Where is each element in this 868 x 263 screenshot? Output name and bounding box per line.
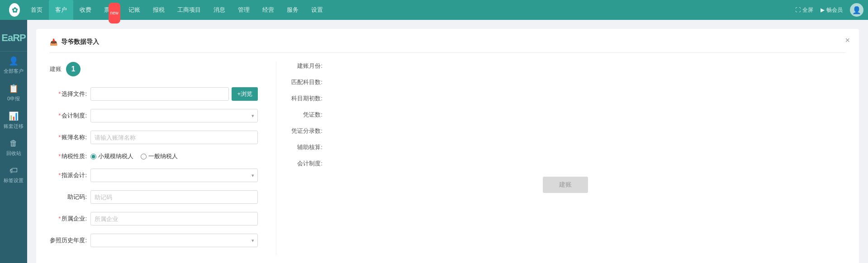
step-circle: 1	[66, 62, 81, 76]
voucher-entries-row: 凭证分录数:	[285, 127, 845, 135]
reference-year-wrapper: ▾	[90, 234, 258, 247]
nav-fees[interactable]: 收费	[73, 0, 98, 20]
voucher-entries-label: 凭证分录数:	[285, 127, 326, 135]
step-area: 建账 1	[50, 62, 258, 76]
radio-small-label: 小规模纳税人	[98, 152, 133, 160]
company-label: *所属企业:	[50, 215, 90, 223]
build-btn-area: 建账	[285, 177, 845, 193]
sidebar-item-tag-settings[interactable]: 🏷 标签设置	[0, 161, 27, 188]
memo-code-label: 助记码:	[50, 193, 90, 201]
step-number: 1	[71, 65, 76, 73]
nav-messages[interactable]: 消息	[207, 0, 232, 20]
assign-accountant-label: *指派会计:	[50, 171, 90, 179]
voucher-count-row: 凭证数:	[285, 111, 845, 119]
subject-opening-row: 科目期初数:	[285, 94, 845, 103]
radio-small-taxpayer[interactable]: 小规模纳税人	[90, 152, 133, 160]
voucher-count-label: 凭证数:	[285, 111, 326, 119]
sidebar: EaRP 👤 全部客户 📋 0申报 📊 账套迁移 🗑 回收站 🏷 标签设置	[0, 20, 27, 263]
ledger-name-label: *账簿名称:	[50, 133, 90, 141]
all-clients-icon: 👤	[9, 56, 19, 66]
radio-small-input[interactable]	[90, 154, 96, 160]
sidebar-item-label: 全部客户	[4, 68, 24, 75]
recycle-icon: 🗑	[9, 139, 18, 148]
sidebar-item-all-clients[interactable]: 👤 全部客户	[0, 52, 27, 79]
fullscreen-label: 全屏	[802, 6, 813, 14]
account-migrate-icon: 📊	[9, 111, 19, 121]
nav-tax[interactable]: 报税	[147, 0, 171, 20]
assign-accountant-select[interactable]	[90, 169, 258, 182]
accounting-system-info-row: 会计制度:	[285, 160, 845, 168]
nav-right: ⛶ 全屏 ▶ 畅会员 👤	[795, 3, 863, 17]
sidebar-item-label: 0申报	[7, 95, 20, 102]
form-left: 建账 1 *选择文件: +浏览	[50, 62, 276, 255]
avatar-icon: 👤	[852, 6, 861, 14]
reference-year-row: 参照历史年度: ▾	[50, 234, 258, 247]
nav-clients[interactable]: 客户	[49, 0, 73, 20]
company-row: *所属企业:	[50, 212, 258, 225]
nav-management[interactable]: 管理	[232, 0, 256, 20]
nav-operation[interactable]: 经营	[256, 0, 280, 20]
radio-general-input[interactable]	[141, 154, 147, 160]
member-icon: ▶	[821, 7, 825, 13]
accounting-system-label: *会计制度:	[50, 112, 90, 120]
nav-service[interactable]: 服务	[280, 0, 305, 20]
nav-settings[interactable]: 设置	[305, 0, 329, 20]
build-month-label: 建账月份:	[285, 62, 326, 70]
tax-type-row: *纳税性质: 小规模纳税人 一般纳税人	[50, 152, 258, 160]
browse-button[interactable]: +浏览	[232, 87, 258, 101]
subject-opening-label: 科目期初数:	[285, 94, 326, 103]
nav-bookkeeping[interactable]: 记账	[122, 0, 147, 20]
card-title-text: 导爷数据导入	[61, 38, 99, 46]
main-content: 📥 导爷数据导入 × 建账 1	[27, 20, 868, 263]
fullscreen-btn[interactable]: ⛶ 全屏	[795, 6, 813, 14]
nav-items: 首页 客户 收费 票据new 记账 报税 工商项目 消息 管理 经营 服务 设置	[24, 0, 795, 20]
sidebar-item-label: 账套迁移	[4, 123, 24, 130]
nav-home[interactable]: 首页	[24, 0, 49, 20]
select-file-label: *选择文件:	[50, 90, 90, 98]
brand-text: EaRP	[1, 32, 25, 44]
sidebar-item-account-migrate[interactable]: 📊 账套迁移	[0, 107, 27, 134]
reference-year-select[interactable]	[90, 234, 258, 247]
build-month-row: 建账月份:	[285, 62, 845, 70]
import-card: 📥 导爷数据导入 × 建账 1	[36, 29, 859, 263]
radio-general-taxpayer[interactable]: 一般纳税人	[141, 152, 178, 160]
close-button[interactable]: ×	[845, 36, 850, 44]
memo-code-row: 助记码:	[50, 190, 258, 204]
fullscreen-icon: ⛶	[795, 7, 801, 13]
file-row: +浏览	[90, 87, 258, 101]
accounting-system-info-label: 会计制度:	[285, 160, 326, 168]
select-file-row: *选择文件: +浏览	[50, 87, 258, 101]
accounting-system-select[interactable]	[90, 109, 258, 122]
assign-accountant-wrapper: ▾	[90, 169, 258, 182]
sidebar-item-declaration[interactable]: 📋 0申报	[0, 79, 27, 107]
file-input[interactable]	[90, 87, 229, 101]
assign-accountant-row: *指派会计: ▾	[50, 169, 258, 182]
logo-area: ✿	[5, 0, 24, 20]
memo-code-input[interactable]	[90, 190, 258, 204]
nav-business[interactable]: 工商项目	[171, 0, 207, 20]
accounting-system-row: *会计制度: ▾	[50, 109, 258, 122]
build-account-button[interactable]: 建账	[543, 177, 588, 193]
reference-year-label: 参照历史年度:	[50, 236, 90, 244]
sidebar-item-recycle[interactable]: 🗑 回收站	[0, 134, 27, 161]
layout: EaRP 👤 全部客户 📋 0申报 📊 账套迁移 🗑 回收站 🏷 标签设置 📥	[0, 20, 868, 263]
match-subjects-row: 匹配科目数:	[285, 78, 845, 86]
tax-type-radio-group: 小规模纳税人 一般纳税人	[90, 152, 178, 160]
form-right: 建账月份: 匹配科目数: 科目期初数: 凭证数:	[276, 62, 845, 255]
aux-calc-row: 辅助核算:	[285, 143, 845, 151]
sidebar-brand: EaRP	[0, 24, 27, 52]
ledger-name-input[interactable]	[90, 131, 258, 144]
nav-badge-new: new	[109, 3, 120, 23]
declaration-icon: 📋	[9, 84, 19, 94]
sidebar-item-label: 回收站	[6, 150, 21, 157]
company-input[interactable]	[90, 212, 258, 225]
sidebar-item-label: 标签设置	[4, 177, 24, 184]
user-avatar[interactable]: 👤	[850, 3, 863, 17]
nav-invoices[interactable]: 票据new	[98, 0, 122, 20]
match-subjects-label: 匹配科目数:	[285, 78, 326, 86]
top-nav: ✿ 首页 客户 收费 票据new 记账 报税 工商项目 消息 管理 经营 服务 …	[0, 0, 868, 20]
form-area: 建账 1 *选择文件: +浏览	[50, 62, 845, 255]
member-btn[interactable]: ▶ 畅会员	[821, 6, 843, 14]
card-title: 📥 导爷数据导入	[50, 38, 845, 53]
accounting-system-wrapper: ▾	[90, 109, 258, 122]
